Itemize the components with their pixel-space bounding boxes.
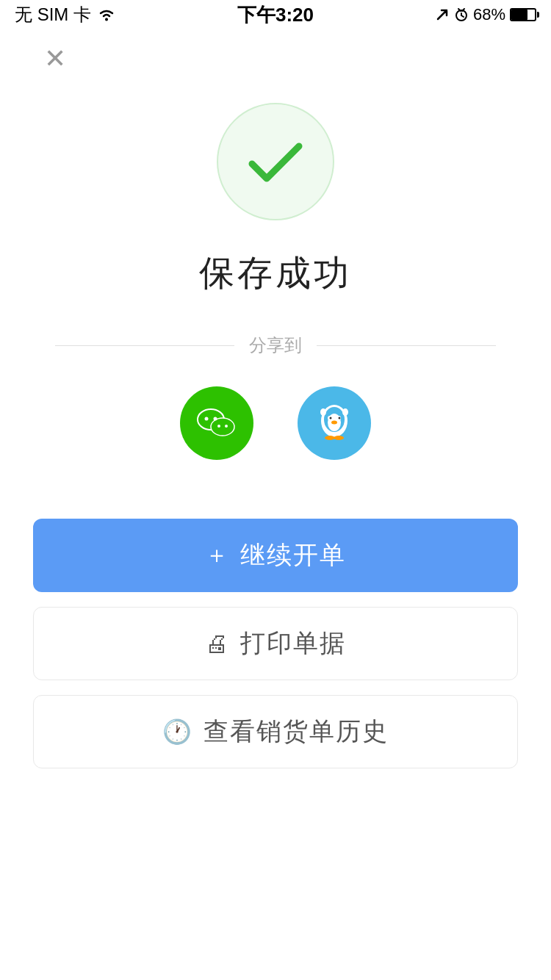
svg-point-9 [214, 417, 217, 421]
svg-point-23 [342, 408, 348, 416]
action-buttons: ＋ 继续开单 🖨 打印单据 🕐 查看销货单历史 [33, 519, 518, 768]
print-receipt-button[interactable]: 🖨 打印单据 [33, 607, 518, 680]
alarm-icon [454, 7, 469, 22]
wechat-share-button[interactable] [180, 386, 253, 460]
svg-point-18 [339, 417, 341, 419]
divider-line-left [55, 345, 234, 346]
print-label: 打印单据 [240, 627, 346, 660]
plus-icon: ＋ [205, 539, 230, 572]
svg-point-21 [334, 436, 344, 440]
status-bar: 无 SIM 卡 下午3:20 68% [0, 0, 551, 29]
qq-share-button[interactable] [298, 386, 371, 460]
continue-order-button[interactable]: ＋ 继续开单 [33, 519, 518, 592]
close-button[interactable]: ✕ [37, 40, 73, 77]
status-left: 无 SIM 卡 [15, 3, 116, 26]
svg-point-17 [330, 417, 332, 419]
svg-point-11 [225, 425, 228, 428]
share-icons-row [180, 386, 371, 460]
divider-line-right [317, 345, 496, 346]
status-time: 下午3:20 [237, 2, 314, 28]
print-icon: 🖨 [205, 630, 230, 657]
status-right: 68% [435, 5, 536, 24]
svg-point-19 [331, 421, 337, 425]
battery-indicator [510, 8, 536, 21]
success-circle [217, 103, 334, 220]
view-history-button[interactable]: 🕐 查看销货单历史 [33, 695, 518, 768]
success-title: 保存成功 [199, 250, 352, 297]
svg-point-7 [211, 418, 234, 436]
svg-point-10 [217, 425, 220, 428]
main-content: 保存成功 分享到 [0, 29, 551, 768]
clock-icon: 🕐 [162, 718, 193, 746]
svg-line-3 [461, 15, 464, 17]
svg-point-20 [325, 436, 335, 440]
history-label: 查看销货单历史 [204, 715, 389, 749]
close-icon: ✕ [44, 46, 66, 72]
wechat-logo-icon [195, 405, 239, 442]
checkmark-icon [246, 136, 305, 187]
battery-percent: 68% [473, 5, 505, 24]
share-label: 分享到 [249, 334, 302, 357]
continue-order-label: 继续开单 [240, 538, 346, 572]
share-divider: 分享到 [55, 334, 496, 357]
location-icon [435, 7, 450, 22]
qq-logo-icon [316, 402, 353, 444]
wifi-icon [97, 7, 116, 22]
svg-point-8 [205, 417, 209, 421]
svg-point-0 [105, 18, 108, 21]
svg-point-22 [320, 408, 326, 416]
no-sim-text: 无 SIM 卡 [15, 3, 91, 26]
